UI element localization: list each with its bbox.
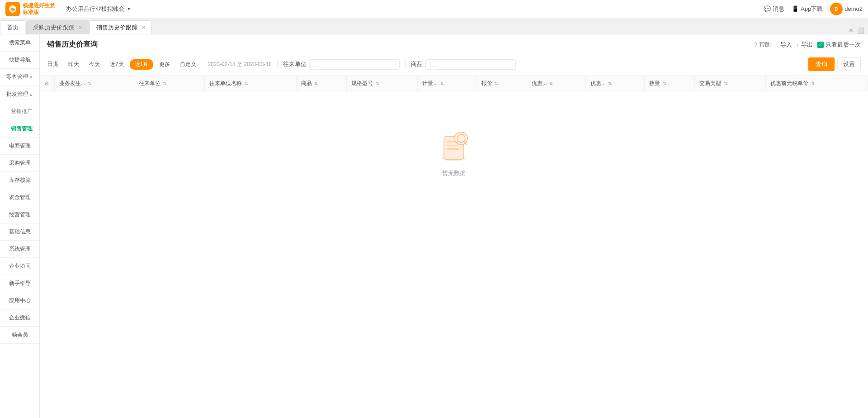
sidebar-item-search[interactable]: 搜索菜单 (0, 34, 39, 52)
sort-icon-qty: ⇅ (663, 81, 666, 86)
sidebar-item-ecommerce[interactable]: 电商管理 (0, 138, 39, 155)
sidebar-item-appstore[interactable]: 应用中心 (0, 292, 39, 309)
app-download-button[interactable]: 📱 App下载 (792, 5, 823, 13)
table-body: 暂无数据 (40, 91, 868, 214)
query-button[interactable]: 查询 (808, 57, 835, 71)
col-pretax-price-label: 优惠前无税单价 (770, 80, 808, 86)
sidebar-item-quick-nav-label: 快捷导航 (2, 56, 38, 64)
sidebar-item-enterprise[interactable]: 企业协同 (0, 258, 39, 275)
col-discount2-label: 优惠... (590, 80, 606, 86)
table-area: ⚙ 业务发生... ⇅ 往来单位 ⇅ 往来单位名称 ⇅ (40, 76, 868, 418)
date-btn-today[interactable]: 今天 (85, 59, 104, 70)
last-only-checkbox[interactable] (817, 42, 824, 48)
import-button[interactable]: ↑ 导入 (775, 41, 792, 49)
table-col-qty[interactable]: 数量 ⇅ (645, 76, 695, 91)
partner-filter-input[interactable]: ... (309, 59, 400, 70)
table-col-settings[interactable]: ⚙ (40, 76, 54, 91)
table-col-biz-date[interactable]: 业务发生... ⇅ (54, 76, 134, 91)
date-btn-more[interactable]: 更多 (155, 59, 174, 70)
sort-icon-spec: ⇅ (376, 81, 379, 86)
sidebar-item-retail-label: 零售管理 (6, 73, 28, 81)
tab-home[interactable]: 首页 (0, 20, 25, 34)
col-biz-date-label: 业务发生... (59, 80, 85, 86)
col-unit-label: 计量... (422, 80, 438, 86)
table-col-spec[interactable]: 规格型号 ⇅ (347, 76, 418, 91)
last-only-checkbox-area[interactable]: 只看最后一次 (817, 41, 861, 49)
sidebar-item-guide[interactable]: 新手引导 (0, 275, 39, 292)
table-header-row: ⚙ 业务发生... ⇅ 往来单位 ⇅ 往来单位名称 ⇅ (40, 76, 868, 91)
table-col-trade-type[interactable]: 交易类型 ⇅ (695, 76, 766, 91)
gear-icon[interactable]: ⚙ (44, 81, 49, 87)
sidebar-item-inventory[interactable]: 库存核算 (0, 172, 39, 189)
sidebar-item-enterprise-label: 企业协同 (2, 262, 38, 270)
sidebar-item-marketing[interactable]: 营销推广 (0, 103, 39, 120)
close-window-button[interactable]: ✕ (849, 27, 854, 34)
sidebar-item-quick-nav[interactable]: 快捷导航 (0, 52, 39, 69)
tab-purchase-history-label: 采购历史价跟踪 (33, 24, 74, 32)
sidebar-item-system-label: 系统管理 (2, 245, 38, 253)
product-filter-input[interactable]: ... (425, 59, 516, 70)
table-col-product[interactable]: 商品 ⇅ (297, 76, 347, 91)
sidebar-item-wholesale[interactable]: 批发管理 ▲ (0, 86, 39, 103)
date-range-display: 2023-02-18 至 2023-03-18 (208, 61, 271, 68)
table-col-unit[interactable]: 计量... ⇅ (418, 76, 476, 91)
date-btn-last7[interactable]: 近7天 (106, 59, 128, 70)
partner-input-placeholder: ... (313, 61, 321, 68)
sort-icon-partner-name: ⇅ (245, 81, 248, 86)
logo-area: 畅 畅捷通好生意 标准版 (5, 2, 55, 16)
tab-sales-history[interactable]: 销售历史价跟踪 × (90, 20, 152, 34)
sidebar-item-wechat[interactable]: 企业微信 (0, 309, 39, 327)
sidebar-item-sales[interactable]: 销售管理 (0, 120, 39, 138)
settings-button[interactable]: 设置 (837, 57, 861, 71)
date-btn-custom[interactable]: 自定义 (176, 59, 200, 70)
logo-icon: 畅 (5, 2, 20, 16)
message-icon: 💬 (764, 5, 771, 12)
tab-sales-history-close[interactable]: × (142, 24, 145, 31)
table-col-discount2[interactable]: 优惠... ⇅ (585, 76, 644, 91)
sidebar-item-finance-label: 资金管理 (2, 194, 38, 201)
tab-purchase-history-close[interactable]: × (79, 24, 82, 31)
sidebar-item-purchase-label: 采购管理 (2, 159, 38, 167)
sidebar-item-basic-label: 基础信息 (2, 228, 38, 236)
last-only-label: 只看最后一次 (826, 41, 861, 49)
col-partner-name-label: 往来单位名称 (209, 80, 242, 86)
chevron-up-icon: ▲ (29, 92, 33, 97)
export-button[interactable]: ↓ 导出 (797, 41, 813, 49)
table-col-discount1[interactable]: 优惠... ⇅ (527, 76, 585, 91)
message-label: 消息 (773, 5, 784, 13)
sort-icon-partner-code: ⇅ (163, 81, 166, 86)
tab-sales-history-label: 销售历史价跟踪 (96, 24, 137, 32)
date-filter-label: 日期 (47, 60, 59, 68)
table-col-pretax-price[interactable]: 优惠前无税单价 ⇅ (766, 76, 868, 91)
date-btn-last1m[interactable]: 近1月 (130, 59, 154, 70)
tab-purchase-history[interactable]: 采购历史价跟踪 × (26, 20, 89, 34)
date-btn-yesterday[interactable]: 昨天 (64, 59, 83, 70)
table-col-partner-code[interactable]: 往来单位 ⇅ (134, 76, 205, 91)
help-button[interactable]: ? 帮助 (754, 41, 771, 49)
table-col-price[interactable]: 报价 ⇅ (476, 76, 527, 91)
sidebar-item-operations[interactable]: 经营管理 (0, 206, 39, 223)
user-menu[interactable]: D demo2 (830, 3, 863, 15)
maximize-window-button[interactable]: ⬜ (857, 27, 864, 34)
sidebar-item-system[interactable]: 系统管理 (0, 241, 39, 258)
sidebar-item-basic[interactable]: 基础信息 (0, 223, 39, 241)
page-title-row: 销售历史价查询 ? 帮助 ↑ 导入 ↓ 导出 (47, 40, 861, 49)
sidebar-item-operations-label: 经营管理 (2, 211, 38, 218)
filter-row: 日期 昨天 今天 近7天 近1月 更多 自定义 2023-02-18 至 202… (40, 53, 868, 76)
sidebar-item-wholesale-label: 批发管理 (6, 90, 28, 98)
sidebar-item-finance[interactable]: 资金管理 (0, 189, 39, 206)
sidebar-item-member[interactable]: 畅会员 (0, 327, 39, 344)
table-col-partner-name[interactable]: 往来单位名称 ⇅ (205, 76, 297, 91)
sidebar-item-purchase[interactable]: 采购管理 (0, 155, 39, 172)
filter-action-buttons: 查询 设置 (808, 57, 861, 71)
svg-rect-6 (447, 148, 459, 150)
col-discount1-label: 优惠... (532, 80, 547, 86)
app-selector[interactable]: 办公用品行业模拟账套 ▼ (66, 5, 131, 13)
date-buttons: 昨天 今天 近7天 近1月 更多 自定义 (64, 59, 200, 70)
col-price-label: 报价 (481, 80, 492, 86)
message-button[interactable]: 💬 消息 (764, 5, 784, 13)
main-layout: 搜索菜单 快捷导航 零售管理 ▼ 批发管理 ▲ 营销推广 销售管理 电商管理 采… (0, 34, 868, 418)
chevron-down-icon: ▼ (127, 6, 131, 11)
sidebar-item-retail[interactable]: 零售管理 ▼ (0, 69, 39, 86)
empty-state: 暂无数据 (40, 91, 868, 214)
